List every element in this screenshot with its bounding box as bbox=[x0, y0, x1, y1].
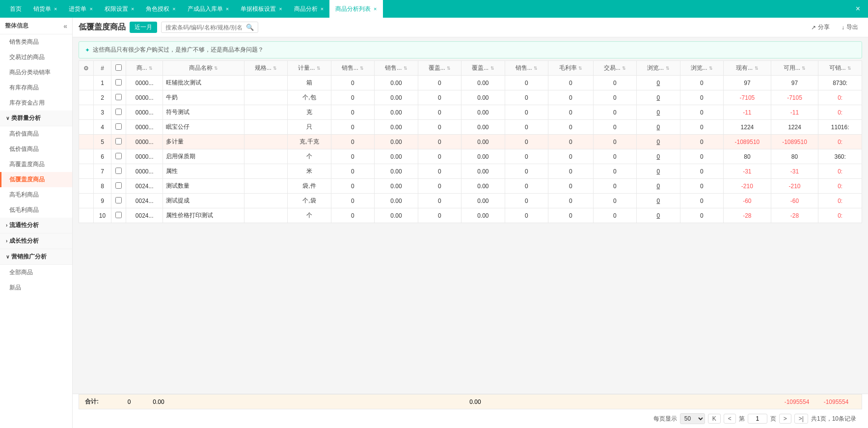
sidebar-item-low-gross[interactable]: 低毛利商品 bbox=[0, 202, 72, 218]
nav-permission-settings[interactable]: 权限设置 × bbox=[99, 0, 140, 18]
row-sales2-5: 0.00 bbox=[375, 149, 418, 164]
unit-col-header[interactable]: 计量... ⇅ bbox=[288, 61, 331, 76]
row-browse1-7[interactable]: 0 bbox=[637, 179, 680, 194]
row-settings-8[interactable] bbox=[79, 194, 94, 208]
sidebar-item-all-goods[interactable]: 全部商品 bbox=[0, 265, 72, 280]
nav-sales-order[interactable]: 销货单 × bbox=[27, 0, 63, 18]
sidebar-item-high-coverage[interactable]: 高覆盖度商品 bbox=[0, 157, 72, 172]
row-saleable-4: 0: bbox=[818, 135, 862, 149]
gross-col-header[interactable]: 毛利率 ⇅ bbox=[548, 61, 594, 76]
row-browse1-5[interactable]: 0 bbox=[637, 149, 680, 164]
row-check-2[interactable] bbox=[111, 105, 126, 120]
last-page-button[interactable]: >| bbox=[794, 414, 808, 424]
window-close-button[interactable]: × bbox=[852, 4, 864, 13]
sales1-col-header[interactable]: 销售... ⇅ bbox=[331, 61, 374, 76]
search-input[interactable] bbox=[165, 24, 244, 31]
search-icon[interactable]: 🔍 bbox=[246, 24, 254, 31]
nav-product-analysis[interactable]: 商品分析 × bbox=[288, 0, 329, 18]
row-settings-1[interactable] bbox=[79, 90, 94, 105]
first-page-button[interactable]: K bbox=[708, 414, 721, 424]
sidebar-item-new-goods[interactable]: 新品 bbox=[0, 280, 72, 295]
sidebar-item-low-value[interactable]: 低价值商品 bbox=[0, 142, 72, 157]
sidebar-item-traded-goods[interactable]: 交易过的商品 bbox=[0, 50, 72, 65]
nav-close-template[interactable]: × bbox=[279, 6, 282, 12]
settings-col-header[interactable]: ⚙ bbox=[79, 61, 94, 76]
sidebar-item-in-stock[interactable]: 有库存商品 bbox=[0, 80, 72, 95]
row-settings-3[interactable] bbox=[79, 120, 94, 135]
browse1-col-header[interactable]: 浏览... ⇅ bbox=[637, 61, 680, 76]
share-button[interactable]: ↗ 分享 bbox=[807, 22, 834, 33]
browse2-col-header[interactable]: 浏览... ⇅ bbox=[680, 61, 723, 76]
row-check-4[interactable] bbox=[111, 135, 126, 149]
row-check-6[interactable] bbox=[111, 164, 126, 179]
page-size-select[interactable]: 20 50 100 bbox=[680, 413, 705, 424]
sidebar-collapse-button[interactable]: « bbox=[63, 22, 67, 30]
row-check-0[interactable] bbox=[111, 76, 126, 90]
sidebar-item-high-value[interactable]: 高价值商品 bbox=[0, 126, 72, 142]
trade-col-header[interactable]: 交易... ⇅ bbox=[593, 61, 636, 76]
current-col-header[interactable]: 现有... ⇅ bbox=[724, 61, 771, 76]
sidebar-item-category-rate[interactable]: 商品分类动销率 bbox=[0, 65, 72, 80]
row-browse1-2[interactable]: 0 bbox=[637, 105, 680, 120]
name-col-header[interactable]: 商品名称 ⇅ bbox=[163, 61, 244, 76]
sidebar-item-high-gross[interactable]: 高毛利商品 bbox=[0, 187, 72, 202]
row-check-8[interactable] bbox=[111, 194, 126, 208]
nav-template-settings[interactable]: 单据模板设置 × bbox=[235, 0, 288, 18]
row-browse1-0[interactable]: 0 bbox=[637, 76, 680, 90]
check-col-header[interactable] bbox=[111, 61, 126, 76]
nav-close-sales-order[interactable]: × bbox=[54, 6, 57, 12]
row-check-5[interactable] bbox=[111, 149, 126, 164]
period-button[interactable]: 近一月 bbox=[130, 22, 157, 33]
next-page-button[interactable]: > bbox=[779, 414, 791, 424]
row-browse1-3[interactable]: 0 bbox=[637, 120, 680, 135]
nav-close-role-auth[interactable]: × bbox=[172, 6, 175, 12]
prev-page-button[interactable]: < bbox=[724, 414, 736, 424]
nav-close-product-analysis-list[interactable]: × bbox=[374, 6, 377, 12]
page-number-input[interactable] bbox=[748, 414, 767, 424]
row-browse1-6[interactable]: 0 bbox=[637, 164, 680, 179]
export-button[interactable]: ↓ 导出 bbox=[838, 22, 862, 33]
sidebar-item-sales-goods[interactable]: 销售类商品 bbox=[0, 34, 72, 50]
sidebar-group-marketing-analysis[interactable]: ∨ 营销推广分析 bbox=[0, 249, 72, 265]
row-browse1-9[interactable]: 0 bbox=[637, 208, 680, 223]
sidebar-group-circulation-analysis[interactable]: › 流通性分析 bbox=[0, 218, 72, 233]
row-check-1[interactable] bbox=[111, 90, 126, 105]
sidebar-item-stock-funds[interactable]: 库存资金占用 bbox=[0, 95, 72, 111]
row-spec-3 bbox=[244, 120, 287, 135]
row-check-3[interactable] bbox=[111, 120, 126, 135]
available-col-header[interactable]: 可用... ⇅ bbox=[771, 61, 818, 76]
select-all-checkbox[interactable] bbox=[115, 64, 122, 71]
row-check-9[interactable] bbox=[111, 208, 126, 223]
row-settings-4[interactable] bbox=[79, 135, 94, 149]
cover2-col-header[interactable]: 覆盖... ⇅ bbox=[461, 61, 505, 76]
nav-close-purchase-order[interactable]: × bbox=[89, 6, 92, 12]
nav-purchase-order[interactable]: 进货单 × bbox=[63, 0, 98, 18]
saleable-col-header[interactable]: 可销... ⇅ bbox=[818, 61, 862, 76]
nav-product-inbound[interactable]: 产成品入库单 × bbox=[182, 0, 235, 18]
sales3-col-header[interactable]: 销售... ⇅ bbox=[505, 61, 548, 76]
code-col-header[interactable]: 商... ⇅ bbox=[126, 61, 163, 76]
sales2-col-header[interactable]: 销售... ⇅ bbox=[375, 61, 418, 76]
nav-close-permission[interactable]: × bbox=[131, 6, 134, 12]
nav-role-auth[interactable]: 角色授权 × bbox=[140, 0, 181, 18]
row-browse1-4[interactable]: 0 bbox=[637, 135, 680, 149]
row-settings-0[interactable] bbox=[79, 76, 94, 90]
row-settings-9[interactable] bbox=[79, 208, 94, 223]
row-settings-5[interactable] bbox=[79, 149, 94, 164]
nav-close-product-analysis[interactable]: × bbox=[321, 6, 324, 12]
row-check-7[interactable] bbox=[111, 179, 126, 194]
nav-home[interactable]: 首页 bbox=[4, 0, 27, 18]
sidebar-group-cluster-analysis[interactable]: ∨ 类群量分析 bbox=[0, 111, 72, 126]
row-browse1-8[interactable]: 0 bbox=[637, 194, 680, 208]
sidebar-group-growth-analysis[interactable]: › 成长性分析 bbox=[0, 233, 72, 249]
sidebar-item-low-coverage[interactable]: 低覆盖度商品 bbox=[0, 172, 72, 187]
row-settings-6[interactable] bbox=[79, 164, 94, 179]
row-settings-7[interactable] bbox=[79, 179, 94, 194]
cover1-col-header[interactable]: 覆盖... ⇅ bbox=[418, 61, 461, 76]
row-settings-2[interactable] bbox=[79, 105, 94, 120]
nav-product-analysis-list[interactable]: 商品分析列表 × bbox=[329, 0, 382, 18]
row-browse1-1[interactable]: 0 bbox=[637, 90, 680, 105]
spec-col-header[interactable]: 规格... ⇅ bbox=[244, 61, 287, 76]
row-cover1-7: 0 bbox=[418, 179, 461, 194]
nav-close-product-inbound[interactable]: × bbox=[226, 6, 229, 12]
